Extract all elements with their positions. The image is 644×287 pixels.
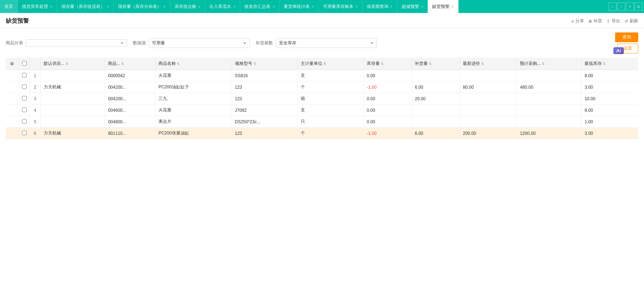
th-product-name[interactable]: 商品名称 ⇅ [155,58,232,70]
th-gear[interactable]: ⚙ [6,58,19,70]
row-number: 4 [30,105,40,116]
replenish-base-arrow-icon: ▼ [370,41,374,45]
row-checkbox[interactable] [22,96,27,101]
share-button[interactable]: ⎋ 分享 [571,18,584,24]
row-min-stock: 1.00 [582,116,638,128]
tab-in-out-flow[interactable]: 出入库流水 × [205,0,240,13]
row-supplier: 力天机械 [40,128,105,139]
tab-abnormal-close[interactable]: × [50,5,52,9]
refresh-icon: ↺ [625,19,628,24]
tab-batch-account[interactable]: 库存批次账 × [170,0,205,13]
tab-inventory-dist[interactable]: 现存量（库存分布表） × [114,0,170,13]
tab-available-ledger-close[interactable]: × [356,5,358,9]
row-checkbox-cell[interactable] [19,116,30,128]
th-estimated-purchase[interactable]: 预计采购... ⇅ [517,58,582,70]
tab-inventory-status-close[interactable]: × [107,5,109,9]
table-row: 6 力天机械 801110... PC200张紧油缸 123 个 -1.00 6… [6,128,638,139]
th-replenish[interactable]: 补货量 ⇅ [412,58,460,70]
tab-overstock[interactable]: 超储预警 × [397,0,428,13]
table-header-row: ⚙ 默认供应... ⇅ 商品... [6,58,638,70]
row-spec: SS816 [232,70,297,81]
row-unit: 支 [297,70,364,81]
row-checkbox[interactable] [22,107,27,112]
th-unit[interactable]: 主计量单位 ⇅ [297,58,364,70]
row-checkbox-cell[interactable] [19,105,30,116]
tab-available-ledger[interactable]: 可用量库存账本 × [319,0,362,13]
tab-inventory-dist-close[interactable]: × [164,5,166,9]
row-min-stock: 3.00 [582,81,638,93]
row-min-stock: 3.00 [582,128,638,139]
row-checkbox[interactable] [22,84,27,89]
tab-fullscreen-btn[interactable]: ⊡ [635,3,643,10]
row-product-code: 004200... [105,81,155,93]
table-row: 3 004200... 三九 123 箱 0.00 20.00 10.00 [6,93,638,105]
category-filter-group: 商品分类 ▼ [6,39,127,47]
row-supplier [40,105,105,116]
row-checkbox-cell[interactable] [19,93,30,105]
replenish-base-value: 安全库存 [279,40,296,46]
datasource-select[interactable]: 可用量 ▼ [149,38,250,48]
ai-badge[interactable]: Ai [613,47,624,54]
th-latest-price[interactable]: 最新进价 ⇅ [460,58,517,70]
row-replenish [412,116,460,128]
tab-demand-stats-close[interactable]: × [312,5,314,9]
category-select[interactable]: ▼ [26,39,127,47]
tab-demand-stats[interactable]: 要货单统计表 × [279,0,319,13]
row-checkbox-cell[interactable] [19,128,30,139]
export-button[interactable]: ⇧ 导出 [606,18,620,24]
tab-shortage-close[interactable]: × [452,5,454,9]
row-checkbox-cell[interactable] [19,70,30,81]
th-min-stock[interactable]: 最低库存 ⇅ [582,58,638,70]
th-spec[interactable]: 规格型号 ⇅ [232,58,297,70]
replenish-base-select[interactable]: 安全库存 ▼ [276,38,377,48]
tab-prev-btn[interactable]: ‹ [609,3,617,10]
row-replenish [412,70,460,81]
tab-batch-account-close[interactable]: × [199,5,201,9]
row-latest-price [460,116,517,128]
th-product-code[interactable]: 商品... ⇅ [105,58,155,70]
share-icon: ⎋ [571,19,574,24]
row-spec: 123 [232,81,297,93]
row-stock: 0.00 [364,105,412,116]
row-number: 6 [30,128,40,139]
row-estimated-purchase: 1200.00 [517,128,582,139]
row-replenish: 6.00 [412,81,460,93]
tab-bar: 首页 拣货异常处理 × 现存量（库存状况表） × 现存量（库存分布表） × 库存… [0,0,644,13]
th-default-supplier[interactable]: 默认供应... ⇅ [40,58,105,70]
sort-icon: ⇅ [429,62,432,66]
tab-shortage[interactable]: 缺货预警 × [428,0,458,13]
tab-inventory-status[interactable]: 现存量（库存状况表） × [57,0,114,13]
tab-collect-summary-close[interactable]: × [273,5,275,9]
tab-next-btn[interactable]: › [617,3,625,10]
replenish-base-label: 补货基数 [256,40,273,46]
tab-home[interactable]: 首页 [0,0,18,13]
row-product-code: 801110... [105,128,155,139]
query-button[interactable]: 查询 [615,32,638,42]
row-supplier [40,93,105,105]
row-checkbox[interactable] [22,73,27,78]
sort-icon: ⇅ [603,62,606,66]
tab-nav-buttons: ‹ › × ⊡ [607,3,644,10]
tab-expiry-query[interactable]: 保质期查询 × [362,0,397,13]
tab-collect-summary[interactable]: 收发存汇总表 × [240,0,279,13]
select-all-checkbox[interactable] [22,61,27,66]
row-checkbox[interactable] [22,131,27,135]
sort-icon: ⇅ [253,62,256,66]
row-product-name: 三九 [155,93,232,105]
row-checkbox[interactable] [22,119,27,124]
row-estimated-purchase: 480.00 [517,81,582,93]
tab-expiry-query-close[interactable]: × [391,5,393,9]
data-table: ⚙ 默认供应... ⇅ 商品... [6,58,638,139]
page-container: 缺货预警 ⎋ 分享 ⊕ 补货 ⇧ 导出 ↺ 刷新 商品分类 [0,13,644,287]
row-checkbox-cell[interactable] [19,81,30,93]
tab-close-btn[interactable]: × [626,3,634,10]
replenish-button[interactable]: ⊕ 补货 [588,18,602,24]
th-stock[interactable]: 库存量 ⇅ [364,58,412,70]
datasource-value: 可用量 [152,40,165,46]
th-checkbox[interactable] [19,58,30,70]
refresh-button[interactable]: ↺ 刷新 [625,18,638,24]
tab-overstock-close[interactable]: × [421,5,423,9]
tab-abnormal[interactable]: 拣货异常处理 × [18,0,57,13]
sort-icon: ⇅ [481,62,484,66]
tab-in-out-flow-close[interactable]: × [233,5,235,9]
